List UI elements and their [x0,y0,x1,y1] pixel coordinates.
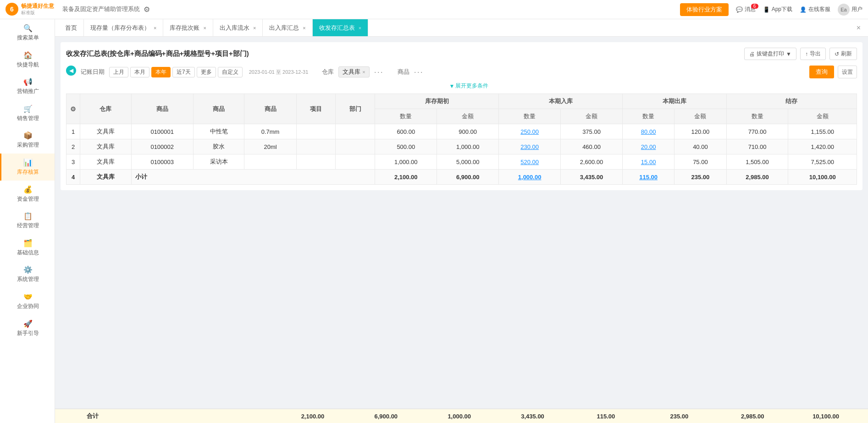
refresh-btn[interactable]: ↺ 刷新 [829,48,857,60]
tab-batch[interactable]: 库存批次账 × [163,19,213,37]
goods-more-btn[interactable]: ··· [414,68,424,76]
app-download-btn[interactable]: 📱 App下载 [763,5,792,13]
page-title: 收发存汇总表(按仓库+商品编码+商品+规格型号+项目+部门) [66,49,249,58]
table-row: 2 文具库 0100002 胶水 20ml 500.00 1,000.00 23… [66,139,857,154]
data-table: ⚙ 仓库 商品 商品 商品 项目 部门 库存期初 本期入库 本期出库 [66,93,857,185]
collapse-arrow[interactable]: ◀ [66,66,76,76]
row-code: 0100002 [131,139,193,154]
sidebar-item-operations[interactable]: 📋 经营管理 [0,207,55,234]
date-label: 记账日期 [81,68,105,76]
tab-flow[interactable]: 出入库流水 × [213,19,263,37]
settings-btn[interactable]: 设置 [838,66,857,78]
logo-text: 畅捷通好生意 标准版 [21,3,54,16]
column-settings-icon[interactable]: ⚙ [70,105,76,113]
tab-close-icon[interactable]: × [154,25,156,31]
query-btn[interactable]: 查询 [809,66,834,78]
export-btn[interactable]: ↑ 导出 [800,48,826,60]
total-empty-6 [249,412,276,420]
tab-summary[interactable]: 出入库汇总 × [263,19,312,37]
sales-icon: 🛒 [23,104,33,113]
sidebar-item-inventory[interactable]: 📊 库存核算 [0,154,55,181]
table-container: ⚙ 仓库 商品 商品 商品 项目 部门 库存期初 本期入库 本期出库 [66,93,857,185]
th-settings: ⚙ [66,94,80,124]
sidebar-item-system[interactable]: ⚙️ 系统管理 [0,261,55,288]
online-service-btn[interactable]: 👤 在线客服 [800,5,830,13]
subtotal-out-amt: 235.00 [674,170,726,185]
tab-bar-close-btn[interactable]: × [853,24,864,32]
print-btn[interactable]: 🖨 拔键盘打印 ▼ [744,48,796,60]
settings-icon[interactable]: ⚙ [144,5,150,14]
experience-btn[interactable]: 体验行业方案 [680,3,729,16]
tab-receive-dispatch[interactable]: 收发存汇总表 × [313,19,368,37]
sidebar-item-purchase[interactable]: 📦 采购管理 [0,126,55,154]
purchase-icon: 📦 [23,131,33,140]
sidebar-item-guide[interactable]: 🚀 新手引导 [0,315,55,342]
message-icon: 💬 [736,6,743,13]
subtotal-row: 4 文具库 小计 2,100.00 6,900.00 1,000.00 3,43… [66,170,857,185]
sidebar: 🔍 搜索菜单 🏠 快捷导航 📢 营销推广 🛒 销售管理 📦 采购管理 📊 库存核… [0,19,55,423]
main-card: 收发存汇总表(按仓库+商品编码+商品+规格型号+项目+部门) 🖨 拔键盘打印 ▼… [61,42,862,190]
user-area[interactable]: Ea 用户 [838,4,862,16]
total-empty-4 [184,412,221,420]
tab-inventory-dist[interactable]: 现存量（库存分布表） × [84,19,163,37]
row-out-qty[interactable]: 80.00 [622,124,674,139]
filter-bar: ◀ 记账日期 上月 本月 本年 近7天 更多 自定义 [66,66,857,90]
total-init-amt: 6,900.00 [349,412,423,420]
row-bal-amt: 1,420.00 [788,139,857,154]
top-bar-left: 6 畅捷通好生意 标准版 装备及固定资产辅助管理系统 ⚙ [6,3,150,16]
row-bal-amt: 7,525.00 [788,154,857,170]
marketing-icon: 📢 [23,77,33,86]
sidebar-item-marketing[interactable]: 📢 营销推广 [0,73,55,100]
row-goods: 采访本 [193,154,244,170]
table-row: 1 文具库 0100001 中性笔 0.7mm 600.00 900.00 25… [66,124,857,139]
row-num: 1 [66,124,80,139]
date-btn-this-year[interactable]: 本年 [151,67,171,77]
sidebar-item-sales[interactable]: 🛒 销售管理 [0,100,55,127]
sidebar-item-label: 基础信息 [17,249,39,257]
date-btn-last-month[interactable]: 上月 [109,67,128,77]
sidebar-item-label: 快捷导航 [17,61,39,69]
subtotal-out-qty[interactable]: 115.00 [622,170,674,185]
th-bal-qty: 数量 [726,109,788,124]
export-icon: ↑ [805,51,808,57]
sidebar-item-enterprise[interactable]: 🤝 企业协同 [0,288,55,315]
main-layout: 🔍 搜索菜单 🏠 快捷导航 📢 营销推广 🛒 销售管理 📦 采购管理 📊 库存核… [0,19,868,423]
date-btn-custom[interactable]: 自定义 [218,67,243,77]
goods-label: 商品 [398,68,409,76]
row-in-qty[interactable]: 230.00 [499,139,561,154]
date-btn-more[interactable]: 更多 [197,67,216,77]
search-icon: 🔍 [23,24,33,33]
row-init-qty: 600.00 [375,124,437,139]
subtotal-bal-qty: 2,985.00 [726,170,788,185]
row-project [296,154,336,170]
tab-close-icon[interactable]: × [303,25,305,31]
tab-close-icon[interactable]: × [203,25,206,31]
warehouse-more-btn[interactable]: ··· [374,68,384,76]
messages-btn[interactable]: 💬 消息 6 [736,5,756,13]
subtotal-in-qty[interactable]: 1,000.00 [499,170,561,185]
warehouse-tag-close[interactable]: × [362,69,365,75]
sidebar-item-basic[interactable]: 🗂️ 基础信息 [0,234,55,261]
expand-btn[interactable]: ▼ 展开更多条件 [449,82,489,90]
th-init-amt: 金额 [437,109,499,124]
tab-close-icon[interactable]: × [253,25,256,31]
row-out-qty[interactable]: 20.00 [622,139,674,154]
sidebar-item-quicknav[interactable]: 🏠 快捷导航 [0,46,55,73]
sidebar-item-search[interactable]: 🔍 搜索菜单 [0,19,55,46]
row-in-qty[interactable]: 520.00 [499,154,561,170]
date-btn-7days[interactable]: 近7天 [172,67,195,77]
page-container: 收发存汇总表(按仓库+商品编码+商品+规格型号+项目+部门) 🖨 拔键盘打印 ▼… [55,37,868,408]
row-out-qty[interactable]: 15.00 [622,154,674,170]
refresh-label: 刷新 [841,50,852,58]
top-bar-actions: 体验行业方案 💬 消息 6 📱 App下载 👤 在线客服 Ea 用户 [680,3,862,16]
row-dept [336,124,375,139]
row-in-qty[interactable]: 250.00 [499,124,561,139]
top-bar: 6 畅捷通好生意 标准版 装备及固定资产辅助管理系统 ⚙ 体验行业方案 💬 消息… [0,0,868,19]
date-btn-this-month[interactable]: 本月 [130,67,149,77]
tab-close-icon[interactable]: × [359,25,361,31]
total-empty-1 [61,412,74,420]
row-code: 0100001 [131,124,193,139]
sidebar-item-finance[interactable]: 💰 资金管理 [0,181,55,208]
tab-home[interactable]: 首页 [59,19,84,37]
row-warehouse: 文具库 [80,124,132,139]
